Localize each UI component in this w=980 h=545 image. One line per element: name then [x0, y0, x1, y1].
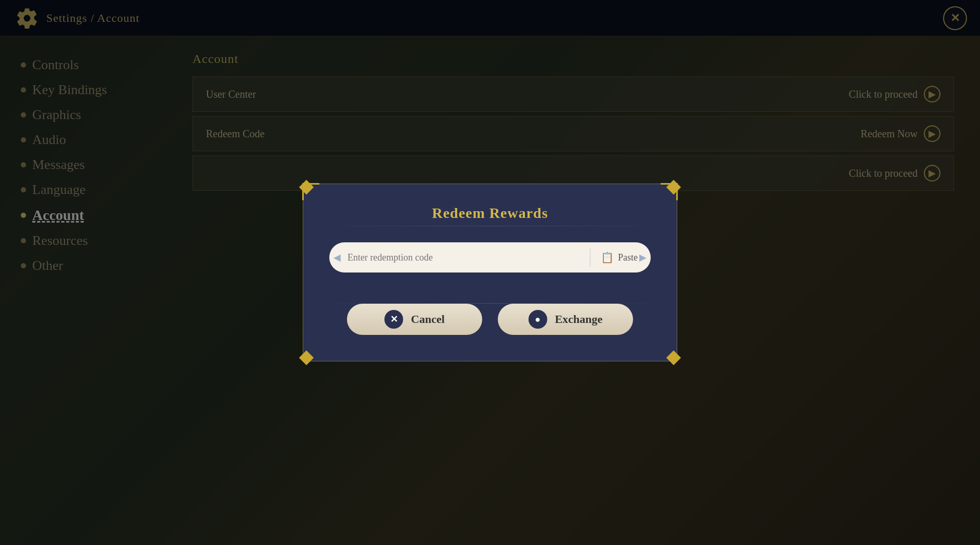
modal-title: Redeem Rewards: [329, 205, 651, 222]
exchange-label: Exchange: [555, 313, 603, 326]
cancel-label: Cancel: [411, 313, 445, 326]
paste-icon: 📋: [601, 251, 614, 264]
exchange-icon: ●: [528, 310, 547, 329]
corner-ornament-tl: [299, 180, 314, 194]
input-arrow-left-icon: ◀: [333, 252, 341, 263]
input-divider: [590, 249, 590, 267]
modal-top-line: [319, 226, 661, 226]
redemption-code-input[interactable]: [342, 252, 585, 263]
input-arrow-right-icon: ▶: [639, 252, 647, 263]
corner-ornament-tr: [666, 180, 681, 194]
code-input-wrap: ◀ 📋 Paste ▶: [329, 242, 651, 272]
exchange-button[interactable]: ● Exchange: [498, 304, 633, 335]
redeem-modal: Redeem Rewards ◀ 📋 Paste ▶ ✕ Cancel ● Ex…: [303, 184, 677, 361]
modal-bottom-line: [319, 303, 661, 304]
modal-buttons: ✕ Cancel ● Exchange: [329, 304, 651, 335]
corner-ornament-br: [666, 351, 681, 365]
cancel-icon: ✕: [384, 310, 403, 329]
paste-button[interactable]: 📋 Paste: [596, 249, 643, 266]
modal-overlay: Redeem Rewards ◀ 📋 Paste ▶ ✕ Cancel ● Ex…: [0, 0, 980, 545]
paste-label: Paste: [618, 252, 638, 263]
cancel-button[interactable]: ✕ Cancel: [347, 304, 482, 335]
corner-ornament-bl: [299, 351, 314, 365]
